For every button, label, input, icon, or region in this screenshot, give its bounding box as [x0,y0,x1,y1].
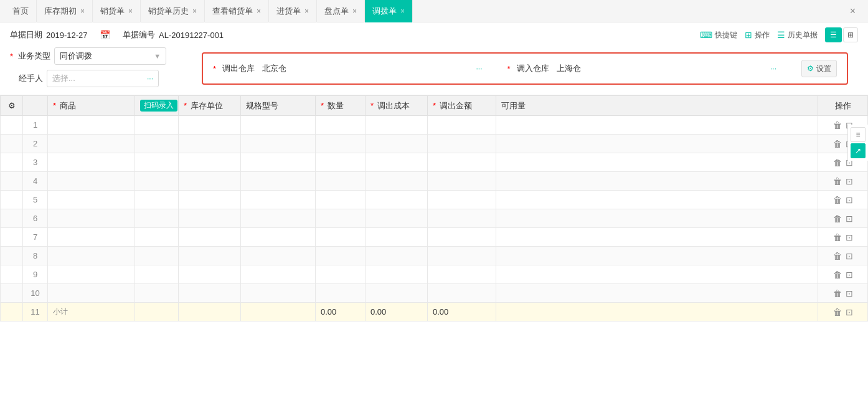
copy-icon-9[interactable]: ⊡ [846,270,853,280]
warehouse-out-more-icon[interactable]: ··· [476,64,482,73]
handler-more-icon[interactable]: ··· [147,74,153,83]
row-goods-5[interactable] [48,191,135,209]
history-btn[interactable]: ☰ 历史单据 [777,30,818,40]
row-cost-4[interactable] [366,172,428,191]
row-cost-9[interactable] [366,265,428,284]
close-view-sales[interactable]: × [257,7,261,16]
row-unit-3[interactable] [179,153,241,172]
row-goods-2[interactable] [48,135,135,153]
delete-icon-5[interactable]: 🗑 [833,195,842,205]
settings-button[interactable]: ⚙ 设置 [801,60,837,77]
copy-icon-8[interactable]: ⊡ [846,251,853,261]
row-qty-2[interactable] [316,135,366,153]
row-amount-10[interactable] [428,284,496,303]
row-cost-6[interactable] [366,209,428,228]
row-spec-4[interactable] [241,172,316,191]
row-cost-1[interactable] [366,116,428,135]
row-spec-3[interactable] [241,153,316,172]
row-unit-9[interactable] [179,265,241,284]
row-unit-6[interactable] [179,209,241,228]
delete-icon-1[interactable]: 🗑 [833,120,842,130]
tab-purchase[interactable]: 进货单 × [269,0,317,22]
row-goods-1[interactable] [48,116,135,135]
row-qty-10[interactable] [316,284,366,303]
handler-select[interactable]: 选择... ··· [47,70,159,87]
close-purchase[interactable]: × [304,7,309,16]
row-qty-4[interactable] [316,172,366,191]
row-spec-10[interactable] [241,284,316,303]
col-scan-header[interactable]: 扫码录入 [135,96,179,116]
row-goods-6[interactable] [48,209,135,228]
row-cost-10[interactable] [366,284,428,303]
row-qty-8[interactable] [316,247,366,265]
row-amount-4[interactable] [428,172,496,191]
row-goods-4[interactable] [48,172,135,191]
copy-icon-6[interactable]: ⊡ [846,214,853,224]
window-close-button[interactable]: × [842,6,863,17]
delete-icon-2[interactable]: 🗑 [833,139,842,149]
business-type-select[interactable]: 同价调拨 ▼ [54,47,166,65]
row-goods-9[interactable] [48,265,135,284]
row-qty-6[interactable] [316,209,366,228]
copy-icon-10[interactable]: ⊡ [846,288,853,298]
row-spec-8[interactable] [241,247,316,265]
delete-icon-6[interactable]: 🗑 [833,214,842,224]
close-inventory-init[interactable]: × [80,7,85,16]
row-amount-3[interactable] [428,153,496,172]
side-expand-btn[interactable]: ↗ [851,143,866,158]
col-gear[interactable]: ⚙ [1,96,23,116]
delete-icon-8[interactable]: 🗑 [833,251,842,261]
operation-btn[interactable]: ⊞ 操作 [745,30,770,40]
row-amount-6[interactable] [428,209,496,228]
close-sales-order[interactable]: × [128,7,133,16]
row-unit-2[interactable] [179,135,241,153]
row-goods-8[interactable] [48,247,135,265]
row-cost-2[interactable] [366,135,428,153]
tab-inventory-init[interactable]: 库存期初 × [37,0,93,22]
tab-view-sales[interactable]: 查看销货单 × [205,0,269,22]
tab-sales-history[interactable]: 销货单历史 × [141,0,205,22]
row-unit-5[interactable] [179,191,241,209]
row-qty-7[interactable] [316,228,366,247]
row-unit-1[interactable] [179,116,241,135]
row-goods-3[interactable] [48,153,135,172]
row-spec-1[interactable] [241,116,316,135]
delete-icon-9[interactable]: 🗑 [833,270,842,280]
tab-transfer[interactable]: 调拨单 × [365,0,413,22]
row-cost-8[interactable] [366,247,428,265]
delete-icon-4[interactable]: 🗑 [833,176,842,186]
copy-icon-4[interactable]: ⊡ [846,176,853,186]
subtotal-delete-icon[interactable]: 🗑 [833,307,842,317]
side-list-btn[interactable]: ≡ [851,127,866,142]
row-amount-7[interactable] [428,228,496,247]
tab-stocktake[interactable]: 盘点单 × [317,0,365,22]
row-goods-10[interactable] [48,284,135,303]
row-qty-5[interactable] [316,191,366,209]
shortcut-btn[interactable]: ⌨ 快捷键 [700,30,737,40]
scan-button[interactable]: 扫码录入 [140,100,177,112]
row-spec-5[interactable] [241,191,316,209]
row-spec-9[interactable] [241,265,316,284]
row-amount-2[interactable] [428,135,496,153]
delete-icon-7[interactable]: 🗑 [833,232,842,242]
row-amount-8[interactable] [428,247,496,265]
row-spec-7[interactable] [241,228,316,247]
delete-icon-3[interactable]: 🗑 [833,158,842,168]
row-qty-1[interactable] [316,116,366,135]
row-amount-5[interactable] [428,191,496,209]
row-qty-9[interactable] [316,265,366,284]
row-spec-6[interactable] [241,209,316,228]
row-qty-3[interactable] [316,153,366,172]
tab-sales-order[interactable]: 销货单 × [93,0,141,22]
copy-icon-5[interactable]: ⊡ [846,195,853,205]
calendar-icon[interactable]: 📅 [100,30,110,40]
row-spec-2[interactable] [241,135,316,153]
row-unit-8[interactable] [179,247,241,265]
warehouse-in-more-icon[interactable]: ··· [770,64,776,73]
close-sales-history[interactable]: × [192,7,197,16]
row-cost-5[interactable] [366,191,428,209]
row-goods-7[interactable] [48,228,135,247]
row-cost-7[interactable] [366,228,428,247]
tab-home[interactable]: 首页 [5,0,37,22]
grid-view-btn[interactable]: ⊞ [843,27,858,42]
